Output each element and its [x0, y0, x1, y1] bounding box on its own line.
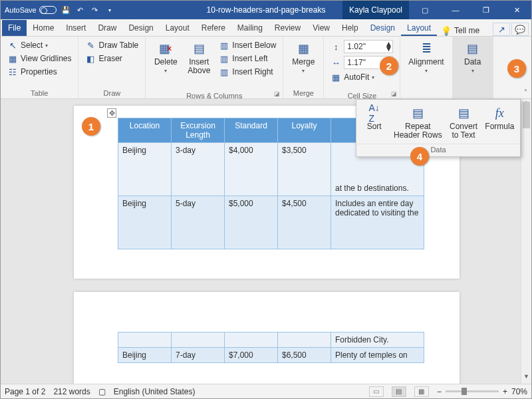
width-icon: ↔ [331, 57, 341, 68]
document-title: 10-row-headers-and-page-breaks [207, 5, 326, 15]
table-header-cell[interactable]: Location [118, 118, 172, 143]
sort-button[interactable]: A↓Z Sort [360, 104, 389, 141]
tab-table-layout[interactable]: Layout [401, 20, 437, 36]
zoom-track[interactable] [446, 390, 499, 392]
dialog-launcher-icon[interactable]: ◪ [391, 90, 397, 97]
tab-draw[interactable]: Draw [92, 20, 122, 36]
minimize-icon[interactable]: — [441, 1, 470, 19]
data-button[interactable]: ▤ Data▾ [458, 39, 487, 75]
tab-table-design[interactable]: Design [364, 20, 401, 36]
insert-right-icon: ▥ [219, 66, 229, 77]
data-dropdown: A↓Z Sort ▤ Repeat Header Rows ▤ Convert … [356, 99, 521, 157]
group-table: ↖Select▾ ▦View Gridlines ☷Properties Tab… [1, 37, 78, 98]
tell-me-search[interactable]: 💡 Tell me [437, 25, 483, 36]
save-icon[interactable]: 💾 [61, 5, 71, 15]
tab-layout[interactable]: Layout [160, 20, 196, 36]
table-header-cell[interactable]: Standard [225, 118, 278, 143]
formula-button[interactable]: fx Formula [482, 104, 517, 141]
ribbon-tabs: File Home Insert Draw Design Layout Refe… [1, 19, 531, 37]
insert-left-icon: ▥ [219, 53, 229, 64]
insert-above-button[interactable]: ▤ Insert Above [184, 39, 213, 76]
merge-button[interactable]: ▦ Merge▾ [289, 39, 318, 75]
tab-help[interactable]: Help [336, 20, 364, 36]
print-layout-icon[interactable]: ▤ [392, 386, 406, 397]
tab-view[interactable]: View [307, 20, 336, 36]
view-gridlines-button[interactable]: ▦View Gridlines [6, 53, 72, 65]
spelling-icon[interactable]: ▢ [98, 387, 106, 396]
callout-4: 4 [410, 147, 429, 166]
tab-insert[interactable]: Insert [60, 20, 92, 36]
dropdown-group-label: Data [356, 144, 520, 156]
page-count[interactable]: Page 1 of 2 [5, 387, 45, 396]
group-rows-columns: ▦✕ Delete▾ ▤ Insert Above ▥Insert Below … [146, 37, 283, 98]
insert-right-button[interactable]: ▥Insert Right [217, 66, 277, 78]
read-mode-icon[interactable]: ▭ [369, 386, 384, 397]
height-input[interactable] [344, 42, 376, 51]
zoom-in-icon[interactable]: + [503, 387, 507, 396]
height-icon: ↕ [331, 41, 341, 52]
tab-mailings[interactable]: Mailing [231, 20, 269, 36]
tab-references[interactable]: Refere [196, 20, 231, 36]
document-table[interactable]: Forbidden City. Beijing 7-day $7,000 $6,… [118, 332, 424, 363]
callout-2: 2 [380, 57, 398, 75]
zoom-value[interactable]: 70% [511, 387, 527, 396]
redo-icon[interactable]: ↷ [90, 5, 100, 15]
group-label: Cell Size [329, 90, 394, 100]
autosave-toggle[interactable]: AutoSave [5, 6, 57, 14]
qat-dropdown-icon[interactable]: ▾ [104, 5, 115, 15]
table-row[interactable]: Beijing 7-day $7,000 $6,500 Plenty of te… [118, 348, 424, 363]
delete-button[interactable]: ▦✕ Delete▾ [151, 39, 180, 75]
select-button[interactable]: ↖Select▾ [6, 39, 72, 51]
dialog-launcher-icon[interactable]: ◪ [274, 90, 280, 97]
comments-button[interactable]: 💬 [511, 23, 529, 36]
table-move-handle-icon[interactable]: ✥ [107, 108, 116, 118]
tab-home[interactable]: Home [27, 20, 60, 36]
vertical-scrollbar[interactable]: ▲ ▼ [521, 99, 531, 384]
zoom-out-icon[interactable]: − [437, 387, 442, 396]
group-label: Rows & Columns [151, 90, 277, 100]
zoom-slider[interactable]: − + 70% [437, 387, 527, 396]
scroll-thumb[interactable] [523, 102, 530, 128]
insert-below-button[interactable]: ▥Insert Below [217, 39, 277, 51]
close-icon[interactable]: ✕ [502, 1, 531, 19]
cursor-icon: ↖ [7, 40, 18, 51]
table-row[interactable]: Forbidden City. [118, 332, 424, 348]
tell-me-label: Tell me [454, 26, 479, 35]
merge-icon: ▦ [295, 41, 311, 57]
callout-1: 1 [82, 117, 100, 136]
table-header-cell[interactable]: Loyalty [278, 118, 331, 143]
pencil-icon: ✎ [85, 40, 96, 51]
data-icon: ▤ [465, 41, 481, 57]
ribbon: ↖Select▾ ▦View Gridlines ☷Properties Tab… [1, 37, 531, 99]
account-name[interactable]: Kayla Claypool [342, 1, 409, 19]
undo-icon[interactable]: ↶ [75, 5, 86, 15]
eraser-button[interactable]: ◧Eraser [84, 53, 140, 65]
collapse-ribbon-icon[interactable]: ˄ [524, 88, 527, 96]
formula-icon: fx [491, 105, 507, 121]
insert-left-button[interactable]: ▥Insert Left [217, 53, 277, 65]
draw-table-button[interactable]: ✎Draw Table [84, 39, 140, 51]
tab-design[interactable]: Design [122, 20, 159, 36]
width-input[interactable] [344, 58, 376, 67]
tab-file[interactable]: File [2, 20, 27, 36]
properties-button[interactable]: ☷Properties [6, 66, 72, 78]
language-status[interactable]: English (United States) [114, 387, 196, 396]
lightbulb-icon: 💡 [441, 25, 452, 36]
convert-to-text-button[interactable]: ▤ Convert to Text [447, 104, 480, 141]
scroll-down-icon[interactable]: ▼ [521, 373, 531, 384]
convert-icon: ▤ [456, 105, 471, 121]
web-layout-icon[interactable]: ▦ [414, 386, 429, 397]
page-2: Forbidden City. Beijing 7-day $7,000 $6,… [74, 292, 460, 384]
group-draw: ✎Draw Table ◧Eraser Draw [78, 37, 146, 98]
share-button[interactable]: ↗ [493, 23, 510, 36]
repeat-header-rows-button[interactable]: ▤ Repeat Header Rows [391, 104, 445, 141]
word-count[interactable]: 212 words [53, 387, 90, 396]
tab-review[interactable]: Review [269, 20, 307, 36]
restore-icon[interactable]: ❐ [471, 1, 501, 19]
table-header-cell[interactable]: Excursion Length [172, 118, 225, 143]
alignment-button[interactable]: ≣ Alignment▾ [406, 39, 446, 75]
table-row[interactable]: Beijing 5-day $5,000 $4,500 Includes an … [118, 196, 424, 249]
row-height-field[interactable]: ↕ ▲▼ [329, 39, 394, 54]
group-merge: ▦ Merge▾ Merge [283, 37, 324, 98]
ribbon-options-icon[interactable]: ▢ [410, 1, 440, 19]
